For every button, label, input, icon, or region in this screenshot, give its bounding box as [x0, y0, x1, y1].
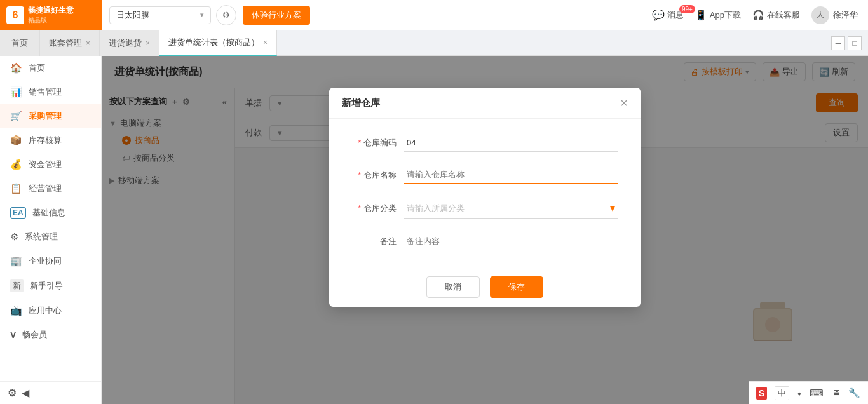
operation-icon: 📋 — [10, 183, 22, 194]
tab-active[interactable]: 进货单统计表（按商品） × — [159, 30, 277, 56]
name-input[interactable] — [404, 166, 618, 184]
tab-home[interactable]: 首页 — [0, 30, 40, 56]
form-row-remark: 备注 — [352, 232, 618, 250]
sidebar-item-basic[interactable]: EA 基础信息 — [0, 201, 101, 225]
sidebar-guide-label: 新手引导 — [30, 280, 63, 292]
message-badge: 99+ — [679, 5, 695, 13]
username-label: 徐泽华 — [833, 10, 858, 21]
form-label-code: * 仓库编码 — [352, 137, 397, 149]
bottom-keyboard-icon[interactable]: ⌨ — [810, 387, 824, 399]
main-layout: 🏠 首页 📊 销售管理 🛒 采购管理 📦 库存核算 💰 资金管理 📋 经营管理 … — [0, 56, 868, 404]
sidebar-item-system[interactable]: ⚙ 系统管理 — [0, 225, 101, 249]
tab-restore-button[interactable]: □ — [848, 36, 862, 50]
dialog: 新增仓库 × * 仓库编码 — [329, 88, 641, 307]
bottom-monitor-icon[interactable]: 🖥 — [831, 387, 841, 398]
message-item[interactable]: 💬 99+ 消息 — [652, 9, 684, 21]
sidebar-settings-icon[interactable]: ⚙ — [8, 387, 17, 399]
dialog-footer: 取消 保存 — [329, 267, 641, 307]
form-row-code: * 仓库编码 — [352, 134, 618, 152]
dialog-body: * 仓库编码 * 仓库名称 — [329, 119, 641, 267]
category-placeholder: 请输入所属分类 — [407, 203, 610, 214]
message-icon: 💬 — [652, 9, 665, 21]
form-row-name: * 仓库名称 — [352, 166, 618, 184]
sidebar-item-finance[interactable]: 💰 资金管理 — [0, 152, 101, 177]
vip-icon: V — [10, 330, 16, 340]
enterprise-icon: 🏢 — [10, 255, 22, 267]
avatar: 人 — [811, 6, 829, 24]
sidebar-item-operation[interactable]: 📋 经营管理 — [0, 177, 101, 201]
appcenter-icon: 📺 — [10, 305, 22, 316]
app-download-label: App下载 — [710, 10, 741, 21]
sidebar-inventory-label: 库存核算 — [29, 135, 62, 146]
tab-accounts-label: 账套管理 — [49, 37, 82, 49]
tab-home-label: 首页 — [11, 37, 28, 49]
sidebar-purchase-label: 采购管理 — [29, 111, 62, 122]
sidebar-item-vip[interactable]: V 畅会员 — [0, 323, 101, 347]
modal-overlay[interactable]: 新增仓库 × * 仓库编码 — [102, 56, 868, 404]
trial-button[interactable]: 体验行业方案 — [243, 6, 310, 25]
sidebar-item-guide[interactable]: 新 新手引导 — [0, 273, 101, 299]
cancel-button[interactable]: 取消 — [426, 276, 480, 298]
form-label-remark: 备注 — [352, 236, 397, 247]
tab-active-label: 进货单统计表（按商品） — [168, 37, 259, 48]
required-star-name: * — [358, 170, 361, 180]
form-label-name: * 仓库名称 — [352, 170, 397, 181]
sidebar-home-label: 首页 — [29, 62, 45, 74]
app-download-item[interactable]: 📱 App下载 — [695, 10, 741, 21]
tab-accounts[interactable]: 账套管理 × — [40, 30, 100, 56]
sidebar-enterprise-label: 企业协同 — [29, 255, 62, 267]
tab-purchase-return[interactable]: 进货退货 × — [100, 30, 159, 56]
sidebar-finance-label: 资金管理 — [29, 159, 62, 170]
required-star-category: * — [358, 203, 361, 213]
finance-icon: 💰 — [10, 159, 22, 170]
sidebar-item-inventory[interactable]: 📦 库存核算 — [0, 128, 101, 152]
category-dropdown-icon: ▾ — [610, 202, 615, 214]
tab-actions: ─ □ — [831, 36, 868, 50]
bottom-chinese-icon[interactable]: 中 — [775, 386, 789, 400]
purchase-icon: 🛒 — [10, 111, 22, 122]
user-area[interactable]: 人 徐泽华 — [811, 6, 858, 24]
sales-icon: 📊 — [10, 86, 22, 98]
remark-input[interactable] — [404, 232, 618, 250]
online-service-label: 在线客服 — [767, 10, 800, 21]
tab-active-close-icon[interactable]: × — [263, 38, 268, 47]
form-label-category: * 仓库分类 — [352, 203, 397, 214]
sidebar-vip-label: 畅会员 — [22, 329, 47, 340]
phone-icon: 📱 — [695, 10, 707, 21]
tab-bar: 首页 账套管理 × 进货退货 × 进货单统计表（按商品） × ─ □ — [0, 30, 868, 56]
category-select[interactable]: 请输入所属分类 ▾ — [404, 198, 618, 219]
header-right: 💬 99+ 消息 📱 App下载 🎧 在线客服 人 徐泽华 — [652, 6, 868, 24]
online-service-item[interactable]: 🎧 在线客服 — [752, 10, 800, 21]
content-area: 进货单统计(按商品) 🖨 按模板打印 ▾ 📤 导出 🔄 刷新 — [102, 56, 868, 404]
bottom-logo: S — [756, 387, 767, 400]
sidebar-operation-label: 经营管理 — [29, 183, 62, 194]
sidebar-item-home[interactable]: 🏠 首页 — [0, 56, 101, 80]
sidebar-item-purchase[interactable]: 🛒 采购管理 — [0, 104, 101, 128]
top-header: 6 畅捷通好生意 精品版 日太阳膜 ▾ ⚙ 体验行业方案 💬 99+ 消息 📱 … — [0, 0, 868, 30]
sidebar-item-enterprise[interactable]: 🏢 企业协同 — [0, 249, 101, 273]
tab-purchase-return-label: 进货退货 — [109, 37, 142, 49]
basic-icon: EA — [10, 207, 26, 219]
logo-icon: 6 — [6, 6, 24, 24]
system-icon: ⚙ — [10, 231, 18, 243]
bottom-tools-icon[interactable]: 🔧 — [848, 387, 860, 399]
gear-button[interactable]: ⚙ — [216, 5, 236, 25]
dialog-header: 新增仓库 × — [329, 88, 641, 119]
sidebar-sales-label: 销售管理 — [29, 86, 62, 98]
tab-purchase-return-close-icon[interactable]: × — [146, 39, 150, 48]
home-icon: 🏠 — [10, 62, 22, 74]
save-button[interactable]: 保存 — [490, 276, 543, 298]
bottom-dot-icon[interactable]: ⬥ — [797, 388, 802, 398]
sidebar-item-appcenter[interactable]: 📺 应用中心 — [0, 299, 101, 323]
sidebar-item-sales[interactable]: 📊 销售管理 — [0, 80, 101, 104]
required-star: * — [358, 138, 361, 147]
tab-accounts-close-icon[interactable]: × — [86, 39, 90, 48]
sidebar-basic-label: 基础信息 — [32, 207, 65, 219]
code-input[interactable] — [404, 134, 618, 152]
tab-minimize-button[interactable]: ─ — [831, 36, 845, 50]
dialog-close-button[interactable]: × — [620, 97, 628, 109]
sidebar: 🏠 首页 📊 销售管理 🛒 采购管理 📦 库存核算 💰 资金管理 📋 经营管理 … — [0, 56, 102, 404]
sidebar-toggle-icon[interactable]: ◀ — [22, 387, 29, 399]
search-bar[interactable]: 日太阳膜 ▾ — [109, 6, 211, 24]
guide-icon: 新 — [10, 279, 24, 292]
